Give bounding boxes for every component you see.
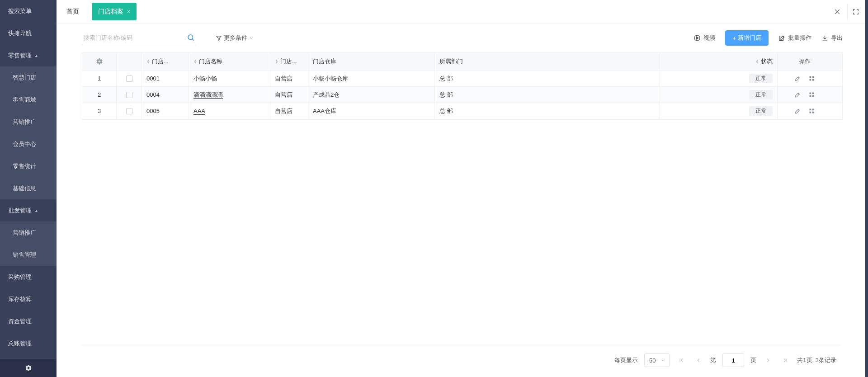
row-ops bbox=[778, 103, 832, 119]
sidebar-item-label: 采购管理 bbox=[8, 273, 32, 281]
more-row-button[interactable] bbox=[808, 91, 815, 98]
close-all-tabs-button[interactable] bbox=[829, 4, 845, 20]
sidebar-item[interactable]: 零售管理 bbox=[0, 44, 57, 66]
th-code[interactable]: ▲▼门店... bbox=[142, 53, 189, 70]
table-row: 20004滴滴滴滴滴自营店产成品2仓总 部正常 bbox=[82, 87, 842, 103]
main: 首页 门店档案 × bbox=[57, 0, 868, 377]
video-button[interactable]: 视频 bbox=[693, 34, 715, 42]
next-page-button[interactable] bbox=[763, 355, 774, 366]
search-input[interactable] bbox=[82, 31, 196, 45]
sidebar: 搜索菜单快捷导航零售管理智慧门店零售商城营销推广会员中心零售统计基础信息批发管理… bbox=[0, 0, 57, 377]
fullscreen-icon bbox=[852, 8, 859, 15]
grid-icon bbox=[808, 108, 815, 114]
page-input[interactable] bbox=[722, 353, 744, 367]
sort-icon: ▲▼ bbox=[146, 59, 150, 64]
svg-rect-13 bbox=[810, 95, 811, 97]
row-type: 自营店 bbox=[270, 103, 308, 119]
sidebar-item[interactable]: 营销推广 bbox=[0, 111, 57, 133]
row-checkbox[interactable] bbox=[117, 87, 142, 103]
svg-rect-11 bbox=[810, 93, 811, 94]
gear-icon bbox=[96, 58, 103, 65]
plus-icon: + bbox=[732, 35, 736, 42]
table-settings-button[interactable] bbox=[82, 53, 117, 70]
sidebar-item[interactable]: 快捷导航 bbox=[0, 22, 57, 44]
sidebar-item[interactable]: 库存核算 bbox=[0, 288, 57, 310]
sidebar-item-label: 库存核算 bbox=[8, 295, 32, 303]
table: ▲▼门店... ▲▼门店名称 ▲▼门店... 门店仓库 所属部门 ▲▼状态 操作… bbox=[82, 52, 843, 120]
row-name[interactable]: AAA bbox=[189, 103, 270, 119]
sidebar-item[interactable]: 资金管理 bbox=[0, 310, 57, 332]
first-page-button[interactable] bbox=[676, 355, 687, 366]
th-department: 所属部门 bbox=[435, 53, 660, 70]
more-row-button[interactable] bbox=[808, 108, 815, 114]
row-checkbox[interactable] bbox=[117, 103, 142, 119]
tab-store-archive[interactable]: 门店档案 × bbox=[92, 3, 137, 20]
svg-point-2 bbox=[188, 35, 193, 40]
row-checkbox[interactable] bbox=[117, 71, 142, 86]
fullscreen-button[interactable] bbox=[847, 4, 863, 20]
sidebar-item-label: 零售商城 bbox=[13, 96, 36, 104]
th-name[interactable]: ▲▼门店名称 bbox=[189, 53, 270, 70]
row-warehouse: 小畅小畅仓库 bbox=[308, 71, 435, 86]
chevron-down-icon bbox=[249, 36, 254, 40]
th-warehouse: 门店仓库 bbox=[308, 53, 435, 70]
svg-rect-12 bbox=[812, 93, 814, 94]
sidebar-item-label: 会员中心 bbox=[13, 140, 36, 148]
row-name[interactable]: 滴滴滴滴滴 bbox=[189, 87, 270, 103]
sidebar-item[interactable]: 搜索菜单 bbox=[0, 0, 57, 22]
sidebar-item[interactable]: 总账管理 bbox=[0, 332, 57, 354]
per-page-select[interactable]: 50 bbox=[644, 353, 670, 367]
sidebar-item[interactable]: 零售商城 bbox=[0, 89, 57, 111]
th-status[interactable]: ▲▼状态 bbox=[660, 53, 778, 70]
row-department: 总 部 bbox=[435, 87, 660, 103]
search-icon[interactable] bbox=[187, 33, 195, 42]
row-status: 正常 bbox=[660, 103, 778, 119]
per-page-label: 每页显示 bbox=[614, 356, 638, 364]
row-index: 1 bbox=[82, 71, 117, 86]
add-store-label: 新增门店 bbox=[738, 34, 761, 42]
tab-home[interactable]: 首页 bbox=[57, 0, 89, 23]
row-department: 总 部 bbox=[435, 71, 660, 86]
row-type: 自营店 bbox=[270, 71, 308, 86]
row-status: 正常 bbox=[660, 71, 778, 86]
edit-row-button[interactable] bbox=[794, 91, 801, 98]
edit-row-button[interactable] bbox=[794, 75, 801, 82]
more-row-button[interactable] bbox=[808, 75, 815, 82]
edit-row-button[interactable] bbox=[794, 108, 801, 114]
export-button[interactable]: 导出 bbox=[821, 34, 843, 42]
sidebar-item[interactable]: 会员中心 bbox=[0, 133, 57, 155]
sidebar-item[interactable]: 基础信息 bbox=[0, 177, 57, 199]
filter-button[interactable]: 更多条件 bbox=[216, 34, 254, 42]
sidebar-item[interactable]: 销售管理 bbox=[0, 244, 57, 266]
row-code: 0004 bbox=[142, 87, 189, 103]
sidebar-item-label: 快捷导航 bbox=[8, 29, 32, 38]
export-label: 导出 bbox=[831, 34, 843, 42]
sidebar-item[interactable]: 零售统计 bbox=[0, 155, 57, 177]
right-overlay-bar bbox=[865, 0, 868, 377]
sidebar-settings-button[interactable] bbox=[0, 359, 57, 377]
batch-ops-button[interactable]: 批量操作 bbox=[778, 34, 811, 42]
close-icon[interactable]: × bbox=[127, 9, 130, 15]
edit-list-icon bbox=[778, 35, 785, 42]
sidebar-item[interactable]: 采购管理 bbox=[0, 266, 57, 288]
tabbar: 首页 门店档案 × bbox=[57, 0, 868, 24]
row-code: 0005 bbox=[142, 103, 189, 119]
row-status: 正常 bbox=[660, 87, 778, 103]
sidebar-item[interactable]: 批发管理 bbox=[0, 199, 57, 221]
last-page-button[interactable] bbox=[780, 355, 791, 366]
add-store-button[interactable]: + 新增门店 bbox=[725, 30, 769, 46]
sidebar-item-label: 基础信息 bbox=[13, 184, 36, 193]
th-type[interactable]: ▲▼门店... bbox=[270, 53, 308, 70]
svg-rect-18 bbox=[812, 112, 814, 113]
sidebar-item[interactable]: 营销推广 bbox=[0, 221, 57, 244]
gear-icon bbox=[25, 364, 32, 372]
sort-icon: ▲▼ bbox=[755, 59, 759, 64]
row-name[interactable]: 小畅小畅 bbox=[189, 71, 270, 86]
prev-page-button[interactable] bbox=[693, 355, 704, 366]
sidebar-item-label: 智慧门店 bbox=[13, 74, 36, 82]
svg-rect-15 bbox=[810, 109, 811, 111]
sidebar-item[interactable]: 智慧门店 bbox=[0, 66, 57, 89]
sidebar-item-label: 资金管理 bbox=[8, 317, 32, 325]
x-icon bbox=[834, 8, 841, 15]
edit-icon bbox=[794, 91, 801, 98]
